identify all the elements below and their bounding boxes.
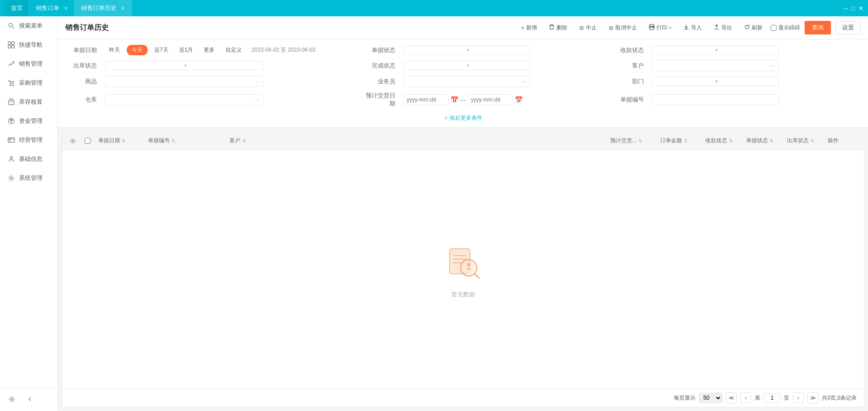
order-no-input[interactable] <box>652 94 779 105</box>
sidebar-label-sales: 销售管理 <box>19 60 43 68</box>
th-payment-status[interactable]: 收款状态 ⇅ <box>702 137 743 145</box>
tab-home[interactable]: 首页 <box>5 0 29 16</box>
tab-sales-order-close[interactable]: ✕ <box>64 5 68 11</box>
tab-sales-order-history[interactable]: 销售订单历史 ✕ <box>75 0 132 16</box>
first-page-btn[interactable]: ≪ <box>726 392 737 403</box>
empty-illustration <box>441 240 486 285</box>
date-btn-custom[interactable]: 自定义 <box>221 45 246 55</box>
salesman-input[interactable]: ··· <box>403 76 530 87</box>
display-cols-input[interactable] <box>771 25 777 31</box>
select-all-checkbox[interactable] <box>85 138 91 144</box>
th-date[interactable]: 单据日期 ⇅ <box>95 137 144 145</box>
delivery-date-start[interactable] <box>403 94 449 105</box>
sidebar-settings-btn[interactable] <box>5 392 19 406</box>
tab-sales-order[interactable]: 销售订单 ✕ <box>29 0 75 16</box>
customer-dots[interactable]: ··· <box>770 62 775 69</box>
sidebar-item-search-menu[interactable]: 搜索菜单 <box>0 16 58 35</box>
table-area: 单据日期 ⇅ 单据编号 ⇅ 客户 ⇅ 预计交货... ⇅ 订单金额 ⇅ <box>62 131 864 407</box>
filter-row-3: 商品 ··· 业务员 ··· 部门 <box>65 76 861 87</box>
warehouse-dots[interactable]: ··· <box>254 97 259 103</box>
minimize-btn[interactable]: ─ <box>844 5 848 12</box>
th-customer[interactable]: 客户 ⇅ <box>226 137 607 145</box>
salesman-dots[interactable]: ··· <box>521 78 526 85</box>
last-page-btn[interactable]: ≫ <box>807 392 818 403</box>
maximize-btn[interactable]: □ <box>851 5 855 12</box>
svg-point-19 <box>653 27 653 27</box>
warehouse-label: 仓库 <box>65 96 101 104</box>
th-order-status[interactable]: 单据状态 ⇅ <box>743 137 783 145</box>
settings-btn[interactable]: 设置 <box>835 21 861 34</box>
tab-sales-order-history-close[interactable]: ✕ <box>121 5 125 11</box>
new-icon: + <box>521 24 524 31</box>
stop-btn[interactable]: ⊘ 中止 <box>575 22 600 34</box>
complete-status-select[interactable]: ▾ <box>403 61 530 70</box>
svg-line-31 <box>475 274 479 278</box>
tab-home-label: 首页 <box>11 4 23 12</box>
sidebar-item-sales[interactable]: 销售管理 <box>0 54 58 73</box>
sidebar-label-base-info: 基础信息 <box>19 155 43 163</box>
import-btn[interactable]: 导入 <box>680 22 705 34</box>
table-header-checkbox[interactable] <box>80 138 95 144</box>
warehouse-input[interactable]: ··· <box>105 94 264 106</box>
date-btn-last7[interactable]: 近7天 <box>150 45 173 55</box>
sidebar-item-finance[interactable]: 资金管理 <box>0 111 58 131</box>
delivery-date-end[interactable] <box>468 94 513 105</box>
order-status-select[interactable]: ▾ <box>403 45 530 55</box>
dept-select[interactable]: ▾ <box>652 77 779 86</box>
sort-payment-icon: ⇅ <box>729 138 733 143</box>
new-btn[interactable]: + 新增 <box>517 22 541 34</box>
stop-icon: ⊘ <box>579 24 584 31</box>
date-btn-yesterday[interactable]: 昨天 <box>105 45 124 55</box>
sort-status-icon: ⇅ <box>770 138 773 143</box>
date-btn-today[interactable]: 今天 <box>127 45 148 55</box>
product-input[interactable]: ··· <box>105 76 264 87</box>
print-btn[interactable]: 打印 ▾ <box>645 22 675 34</box>
delete-btn[interactable]: 删除 <box>545 22 571 34</box>
display-cols-checkbox[interactable]: 显示碍碍 <box>771 24 800 32</box>
refresh-icon <box>744 24 750 31</box>
cancel-stop-btn[interactable]: ⊘ 取消中止 <box>605 22 641 34</box>
sort-amount-icon: ⇅ <box>684 138 687 143</box>
date-btn-last30[interactable]: 近1月 <box>175 45 197 55</box>
page-unit: 页 <box>784 394 789 402</box>
operations-icon <box>7 136 15 144</box>
collapse-row[interactable]: ∧ 收起更多条件 <box>65 112 861 122</box>
refresh-btn[interactable]: 刷新 <box>740 22 766 34</box>
page-input[interactable] <box>764 393 780 402</box>
th-delivery-date[interactable]: 预计交货... ⇅ <box>607 137 657 145</box>
calendar-end-icon[interactable]: 📅 <box>515 96 523 103</box>
query-btn[interactable]: 查询 <box>805 21 831 34</box>
prev-page-btn[interactable]: ‹ <box>740 392 751 403</box>
svg-point-16 <box>11 398 13 401</box>
export-btn[interactable]: 导出 <box>710 22 736 34</box>
product-dots[interactable]: ··· <box>254 78 259 85</box>
next-page-btn[interactable]: › <box>793 392 804 403</box>
empty-text: 暂无数据 <box>451 290 475 299</box>
sidebar-item-base-info[interactable]: 基础信息 <box>0 150 58 169</box>
sidebar-item-purchase[interactable]: 采购管理 <box>0 73 58 92</box>
calendar-start-icon[interactable]: 📅 <box>451 96 458 103</box>
table-settings-icon[interactable] <box>66 138 80 144</box>
sidebar-item-inventory[interactable]: 库存核算 <box>0 92 58 111</box>
th-amount[interactable]: 订单金额 ⇅ <box>657 137 702 145</box>
th-action: 操作 <box>824 137 860 145</box>
sidebar-label-finance: 资金管理 <box>19 117 43 125</box>
sidebar-collapse-btn[interactable] <box>23 392 37 406</box>
sidebar-bottom <box>0 387 58 411</box>
customer-label: 客户 <box>612 62 648 70</box>
date-btn-more[interactable]: 更多 <box>200 45 219 55</box>
svg-point-6 <box>10 85 11 86</box>
sidebar-item-system[interactable]: 系统管理 <box>0 169 58 188</box>
payment-status-select[interactable]: ▾ <box>652 45 779 55</box>
out-status-select[interactable]: ▾ <box>105 61 264 70</box>
salesman-label: 业务员 <box>364 77 400 86</box>
th-out-status[interactable]: 出库状态 ⇅ <box>783 137 824 145</box>
sidebar-item-operations[interactable]: 经营管理 <box>0 131 58 150</box>
th-order-no[interactable]: 单据编号 ⇅ <box>144 137 226 145</box>
sidebar-item-quick-nav[interactable]: 快捷导航 <box>0 35 58 54</box>
top-bar: 首页 销售订单 ✕ 销售订单历史 ✕ ─ □ ✕ <box>0 0 868 16</box>
page-size-select[interactable]: 50 10 20 100 <box>699 393 722 403</box>
filter-out-status-group: 出库状态 ▾ <box>65 61 364 70</box>
customer-input[interactable]: ··· <box>652 60 779 71</box>
close-btn[interactable]: ✕ <box>858 5 863 12</box>
